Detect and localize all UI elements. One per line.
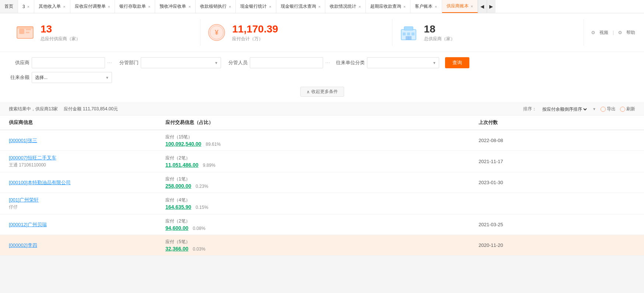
person-dots-icon[interactable]: ··· (325, 59, 330, 66)
nav-tab-label: 现金银行流水查询 (281, 3, 316, 10)
tx-amount[interactable]: 11,051,486.00 (165, 162, 199, 168)
filter-item-balance: 往来余额 选择... ▼ (9, 72, 112, 83)
nav-tab-label: 收款核销执行 (200, 3, 227, 10)
svg-rect-3 (26, 32, 29, 33)
close-icon[interactable]: × (358, 4, 361, 9)
nav-arrow-left[interactable]: ◀ (478, 0, 487, 13)
refresh-button[interactable]: 刷新 (620, 106, 635, 112)
supplier-input[interactable] (32, 57, 105, 68)
collapse-button[interactable]: ∧ 收起更多条件 (300, 87, 344, 97)
nav-tab-3[interactable]: 3 × (18, 0, 34, 13)
close-icon[interactable]: × (435, 4, 437, 9)
svg-rect-11 (407, 32, 410, 35)
summary-card-total-suppliers: 18 总供应商（家） (392, 19, 584, 46)
help-link[interactable]: 帮助 (626, 30, 635, 36)
nav-tab-customer-ledger[interactable]: 客户账本 × (410, 0, 442, 13)
video-link[interactable]: 视频 (599, 30, 608, 36)
tx-label: 应付（2笔） (165, 155, 479, 161)
balance-select[interactable]: 选择... (32, 72, 112, 83)
refresh-label: 刷新 (626, 106, 635, 112)
supplier-link[interactable]: [000002]李四 (9, 242, 37, 248)
nav-tab-prepay[interactable]: 预收冲应收单 × (155, 0, 195, 13)
nav-tab-supplier-ledger[interactable]: 供应商账本 × (442, 0, 478, 13)
supplier-dots-icon[interactable]: ··· (107, 59, 112, 66)
supplier-link[interactable]: [000012]广州贝瑞 (9, 222, 47, 227)
supplier-link[interactable]: [001]广州荣轩 (9, 197, 39, 203)
nav-tab-cash-stats[interactable]: 现金银行统计 × (236, 0, 276, 13)
query-button[interactable]: 查询 (445, 57, 469, 68)
header-tx-info: 应付交易信息（占比） (165, 119, 479, 126)
svg-rect-4 (17, 27, 33, 29)
category-select[interactable] (367, 57, 439, 68)
dept-select[interactable] (141, 57, 221, 68)
nav-tab-label: 其他收入单 (39, 3, 61, 10)
tx-row: 164,635.90 0.15% (165, 203, 479, 210)
filter-row-1: 供应商 ··· 分管部门 ▼ 分管人员 ··· 往来单位分类 ▼ 查询 (9, 57, 635, 68)
tx-amount[interactable]: 94,600.00 (165, 225, 188, 231)
person-input[interactable] (250, 57, 323, 68)
supplier-info-cell: [000012]广州贝瑞 (9, 221, 165, 228)
category-select-wrapper: ▼ (367, 57, 439, 68)
tx-row: 100,092,540.00 89.61% (165, 140, 479, 147)
nav-arrow-right[interactable]: ▶ (487, 0, 496, 13)
svg-rect-12 (412, 32, 414, 35)
circle-play-icon: ⊙ (591, 30, 595, 35)
last-payment-cell: 2022-08-08 (479, 138, 635, 143)
close-icon[interactable]: × (229, 4, 231, 9)
nav-tab-overdue-ar[interactable]: 超期应收款查询 × (366, 0, 410, 13)
supplier-link[interactable]: [000100]本特勤油品有限公司 (9, 180, 71, 185)
chevron-down-icon: ▼ (592, 107, 596, 111)
tx-percent: 0.08% (193, 226, 205, 231)
tx-percent: 89.61% (206, 142, 221, 147)
tx-amount[interactable]: 32,366.00 (165, 246, 188, 252)
nav-tab-collection[interactable]: 收款核销执行 × (196, 0, 236, 13)
data-table: 供应商信息 应付交易信息（占比） 上次付数 [000001]张三 应付（15笔）… (0, 116, 644, 256)
nav-tab-cash-flow[interactable]: 现金银行流水查询 × (276, 0, 325, 13)
tx-percent: 9.89% (203, 163, 216, 168)
last-payment: 2021-11-17 (479, 159, 635, 164)
tx-amount[interactable]: 100,092,540.00 (165, 141, 201, 147)
transaction-info-cell: 应付（2笔） 11,051,486.00 9.89% (165, 155, 479, 168)
close-icon[interactable]: × (63, 4, 65, 9)
dept-label: 分管部门 (118, 59, 139, 66)
tx-percent: 0.23% (196, 184, 208, 189)
sort-select[interactable]: 按应付余额倒序排序 (541, 106, 588, 112)
balance-label: 往来余额 (9, 74, 29, 81)
close-icon[interactable]: × (188, 4, 190, 9)
summary-card2-number: 11,170.39 (232, 23, 278, 35)
export-button[interactable]: 导出 (601, 106, 616, 112)
nav-tab-label: 收款情况统计 (330, 3, 356, 10)
close-icon[interactable]: × (403, 4, 406, 9)
supplier-link[interactable]: [000007]恒旺二手叉车 (9, 155, 56, 161)
supplier-link[interactable]: [000001]张三 (9, 138, 37, 143)
nav-tab-other-income[interactable]: 其他收入单 × (34, 0, 70, 13)
tx-label: 应付（5笔） (165, 239, 479, 245)
close-icon[interactable]: × (471, 4, 473, 8)
nav-tab-label: 预收冲应收单 (160, 3, 186, 10)
close-icon[interactable]: × (269, 4, 271, 9)
supplier-payable-icon (15, 22, 35, 43)
nav-tab-label: 超期应收款查询 (370, 3, 401, 10)
close-icon[interactable]: × (27, 4, 29, 9)
close-icon[interactable]: × (108, 4, 110, 9)
summary-card-suppliers-payable: 13 总应付供应商（家） (9, 19, 200, 46)
table-row: [000007]恒旺二手叉车 王通 17106110000 应付（2笔） 11,… (0, 151, 644, 172)
nav-tab-home[interactable]: 首页 (0, 0, 18, 13)
close-icon[interactable]: × (318, 4, 321, 9)
svg-rect-2 (26, 29, 31, 30)
tx-amount[interactable]: 164,635.90 (165, 204, 191, 210)
nav-tab-collection-stats[interactable]: 收款情况统计 × (325, 0, 365, 13)
header-last-pay: 上次付数 (479, 119, 635, 126)
summary-bar: 13 总应付供应商（家） ¥ 11,170.39 应付合计（万） (0, 13, 644, 52)
results-info: 搜索结果中，供应商13家 应付金额 111,703,854.00元 (9, 106, 118, 112)
nav-tab-ar-adjust[interactable]: 应收应付调整单 × (70, 0, 115, 13)
svg-rect-9 (404, 27, 413, 30)
transaction-info-cell: 应付（4笔） 164,635.90 0.15% (165, 197, 479, 210)
summary-card2-label: 应付合计（万） (232, 36, 278, 42)
summary-card1-label: 总应付供应商（家） (41, 36, 80, 42)
payable-total-icon: ¥ (206, 22, 227, 43)
export-label: 导出 (607, 106, 616, 112)
tx-amount[interactable]: 258,000.00 (165, 183, 191, 189)
nav-tab-bank-deposit[interactable]: 银行存取款单 × (115, 0, 155, 13)
close-icon[interactable]: × (148, 4, 150, 9)
